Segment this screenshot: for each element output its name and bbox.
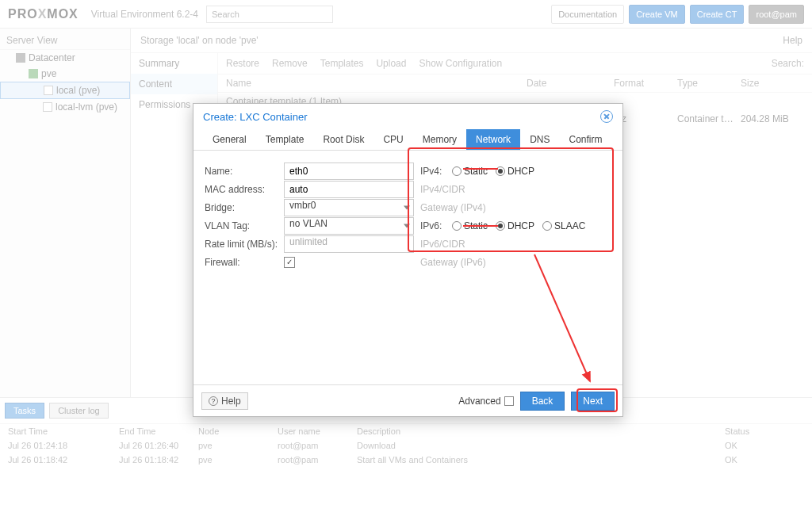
tab-cpu[interactable]: CPU xyxy=(373,129,412,150)
col-format[interactable]: Format xyxy=(614,78,677,89)
ipv6-cidr-label: IPv6/CIDR xyxy=(420,239,465,250)
tree-view-selector[interactable]: Server View xyxy=(0,32,130,50)
datacenter-icon xyxy=(16,53,25,63)
remove-button[interactable]: Remove xyxy=(272,58,308,69)
version-label: Virtual Environment 6.2-4 xyxy=(91,9,198,20)
firewall-checkbox[interactable]: ✓ xyxy=(284,257,295,268)
annotation-underline xyxy=(463,225,498,227)
mac-label: MAC address: xyxy=(205,184,284,195)
node-icon xyxy=(29,69,38,78)
name-input[interactable] xyxy=(284,162,414,180)
show-config-button[interactable]: Show Configuration xyxy=(419,58,502,69)
ipv6-label: IPv6: xyxy=(420,220,452,231)
vlan-label: VLAN Tag: xyxy=(205,220,284,231)
content-search-label: Search: xyxy=(772,58,804,69)
subnav-summary[interactable]: Summary xyxy=(131,53,217,74)
storage-icon xyxy=(44,86,53,95)
storage-icon xyxy=(43,102,52,112)
tree-node-pve[interactable]: pve xyxy=(0,66,130,82)
user-menu-button[interactable]: root@pam xyxy=(749,5,804,24)
rate-label: Rate limit (MB/s): xyxy=(205,239,284,250)
advanced-checkbox[interactable] xyxy=(504,396,514,406)
ipv4-cidr-label: IPv4/CIDR xyxy=(420,184,465,195)
col-name[interactable]: Name xyxy=(226,78,527,89)
ipv6-slaac-radio[interactable] xyxy=(542,221,552,231)
tab-network[interactable]: Network xyxy=(466,129,520,150)
global-search-input[interactable] xyxy=(206,6,333,23)
help-icon: ? xyxy=(209,396,218,406)
restore-button[interactable]: Restore xyxy=(226,58,259,69)
next-button[interactable]: Next xyxy=(571,392,615,411)
tl-col-desc[interactable]: Description xyxy=(357,426,725,436)
firewall-label: Firewall: xyxy=(205,257,284,268)
documentation-button[interactable]: Documentation xyxy=(551,5,624,24)
col-size[interactable]: Size xyxy=(741,78,804,89)
cluster-log-tab[interactable]: Cluster log xyxy=(49,403,109,419)
tree-storage-local-lvm[interactable]: local-lvm (pve) xyxy=(0,99,130,115)
rate-input[interactable]: unlimited xyxy=(284,235,414,253)
tab-dns[interactable]: DNS xyxy=(520,129,559,150)
ipv6-static-radio[interactable] xyxy=(452,221,462,231)
back-button[interactable]: Back xyxy=(520,392,565,411)
create-lxc-dialog: Create: LXC Container General Template R… xyxy=(193,103,623,417)
tab-root-disk[interactable]: Root Disk xyxy=(313,129,373,150)
bridge-label: Bridge: xyxy=(205,202,284,213)
mac-input[interactable] xyxy=(284,181,414,198)
tl-col-user[interactable]: User name xyxy=(278,426,357,436)
annotation-underline xyxy=(463,168,498,170)
col-date[interactable]: Date xyxy=(527,78,614,89)
tl-col-node[interactable]: Node xyxy=(198,426,278,436)
create-vm-button[interactable]: Create VM xyxy=(629,5,685,24)
tree-datacenter[interactable]: Datacenter xyxy=(0,50,130,66)
ipv6-gw-label: Gateway (IPv6) xyxy=(420,257,486,268)
logo: PROXMOX xyxy=(8,7,79,21)
tree-storage-local[interactable]: local (pve) xyxy=(0,82,130,99)
tl-col-end[interactable]: End Time xyxy=(119,426,198,436)
tab-template[interactable]: Template xyxy=(256,129,314,150)
ipv4-label: IPv4: xyxy=(420,166,452,177)
ipv4-static-radio[interactable] xyxy=(452,166,462,176)
tab-memory[interactable]: Memory xyxy=(413,129,466,150)
chevron-down-icon xyxy=(404,224,410,228)
bridge-select[interactable]: vmbr0 xyxy=(284,199,414,216)
close-icon[interactable] xyxy=(600,110,613,123)
tab-confirm[interactable]: Confirm xyxy=(559,129,611,150)
dialog-title: Create: LXC Container xyxy=(203,111,308,123)
vlan-select[interactable]: no VLAN xyxy=(284,217,414,235)
task-row[interactable]: Jul 26 01:18:42 Jul 26 01:18:42 pve root… xyxy=(0,453,812,467)
tab-general[interactable]: General xyxy=(203,129,256,150)
chevron-down-icon xyxy=(404,205,410,209)
name-label: Name: xyxy=(205,166,284,177)
tl-col-status[interactable]: Status xyxy=(725,426,804,436)
tl-col-start[interactable]: Start Time xyxy=(8,426,119,436)
create-ct-button[interactable]: Create CT xyxy=(690,5,745,24)
task-row[interactable]: Jul 26 01:24:18 Jul 26 01:26:40 pve root… xyxy=(0,438,812,453)
tasks-tab[interactable]: Tasks xyxy=(5,403,44,419)
col-type[interactable]: Type xyxy=(677,78,741,89)
help-button[interactable]: ?Help xyxy=(201,392,248,410)
ipv4-gw-label: Gateway (IPv4) xyxy=(420,202,486,213)
templates-button[interactable]: Templates xyxy=(320,58,364,69)
help-link[interactable]: Help xyxy=(783,35,802,46)
advanced-toggle[interactable]: Advanced xyxy=(458,396,513,407)
upload-button[interactable]: Upload xyxy=(376,58,406,69)
subnav-content[interactable]: Content xyxy=(131,74,217,94)
breadcrumb: Storage 'local' on node 'pve' xyxy=(140,35,259,46)
